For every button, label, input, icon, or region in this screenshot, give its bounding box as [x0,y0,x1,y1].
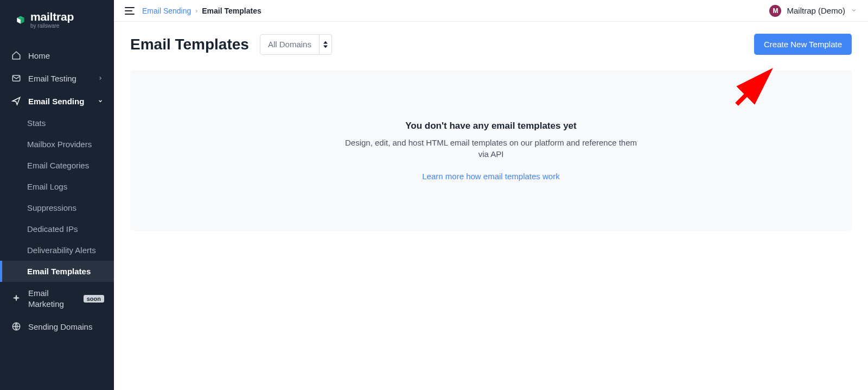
breadcrumb-current: Email Templates [202,7,261,15]
logo-icon [15,15,26,26]
inbox-check-icon [11,73,22,84]
nav-label: Email Sending [28,97,84,106]
sidebar: mailtrap by railsware Home Email Testing… [0,0,114,390]
empty-state-subtitle: Design, edit, and host HTML email templa… [339,137,643,160]
subnav-deliverability-alerts[interactable]: Deliverability Alerts [0,240,114,261]
nav-email-marketing[interactable]: Email Marketing soon [0,282,114,315]
domain-filter[interactable]: All Domains [260,34,332,55]
nav-home[interactable]: Home [0,44,114,67]
main-content: Email Sending › Email Templates M Mailtr… [114,0,868,390]
subnav-email-sending: Stats Mailbox Providers Email Categories… [0,112,114,282]
nav-email-sending[interactable]: Email Sending [0,90,114,112]
sort-icon [320,35,331,54]
subnav-email-logs[interactable]: Email Logs [0,176,114,197]
soon-badge: soon [84,295,104,303]
subnav-mailbox-providers[interactable]: Mailbox Providers [0,134,114,155]
subnav-suppressions[interactable]: Suppressions [0,197,114,218]
page-header: Email Templates All Domains Create New T… [130,34,852,55]
chevron-down-icon [97,97,104,105]
menu-toggle[interactable] [125,7,135,15]
page-content: Email Templates All Domains Create New T… [114,22,868,243]
nav-label: Home [28,51,50,60]
chevron-right-icon: › [195,7,197,15]
create-template-button[interactable]: Create New Template [754,34,852,55]
avatar: M [769,5,781,17]
brand-logo[interactable]: mailtrap by railsware [0,0,114,34]
learn-more-link[interactable]: Learn more how email templates work [422,172,559,181]
nav-label-line1: Email [28,288,64,299]
subnav-email-templates[interactable]: Email Templates [0,261,114,282]
empty-state: You don't have any email templates yet D… [130,70,852,231]
globe-icon [11,321,22,332]
user-label: Mailtrap (Demo) [787,6,845,15]
sparkles-icon [11,293,22,304]
empty-state-title: You don't have any email templates yet [405,121,577,131]
topbar: Email Sending › Email Templates M Mailtr… [114,0,868,22]
subnav-stats[interactable]: Stats [0,112,114,134]
nav-label: Sending Domains [28,322,92,331]
breadcrumb-parent[interactable]: Email Sending [142,7,191,15]
brand-tagline: by railsware [30,23,74,29]
breadcrumb: Email Sending › Email Templates [142,7,261,15]
chevron-right-icon [97,74,104,82]
user-menu[interactable]: M Mailtrap (Demo) [769,5,857,17]
subnav-email-categories[interactable]: Email Categories [0,155,114,176]
domain-filter-value: All Domains [260,35,320,54]
chevron-down-icon [851,6,857,16]
nav-label: Email Testing [28,74,76,83]
nav-sending-domains[interactable]: Sending Domains [0,315,114,338]
nav-email-testing[interactable]: Email Testing [0,67,114,90]
primary-nav: Home Email Testing Email Sending Stats M… [0,44,114,338]
nav-label-line2: Marketing [28,299,64,310]
page-title: Email Templates [130,36,249,53]
brand-name: mailtrap [30,11,74,22]
home-icon [11,50,22,61]
subnav-dedicated-ips[interactable]: Dedicated IPs [0,218,114,240]
paper-plane-icon [11,96,22,106]
